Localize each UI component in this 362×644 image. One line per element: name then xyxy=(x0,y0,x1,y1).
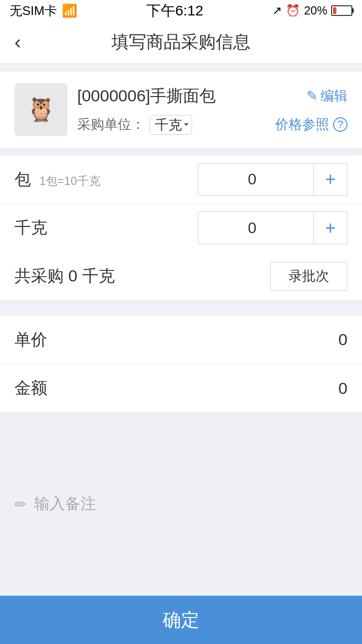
bag-input-row: 包 1包=10千克 + xyxy=(0,155,362,204)
total-amount: 0 xyxy=(68,266,77,285)
unit-price-row: 单价 0 xyxy=(0,316,362,364)
bag-input[interactable] xyxy=(198,163,314,196)
bag-controls: + xyxy=(198,163,348,196)
total-text: 共采购 0 千克 xyxy=(14,265,115,287)
notes-section[interactable]: ✏ 输入备注 xyxy=(0,412,362,596)
record-batch-button[interactable]: 录批次 xyxy=(270,262,348,291)
bag-label: 包 1包=10千克 xyxy=(14,168,198,191)
status-left: 无SIM卡 📶 xyxy=(10,2,77,19)
kg-plus-button[interactable]: + xyxy=(314,211,348,244)
page-title: 填写商品采购信息 xyxy=(111,30,251,54)
product-info: [0000006]手撕面包 ✎ 编辑 采购单位： 千克 包 价格参照 ? xyxy=(77,85,348,135)
notes-placeholder: 输入备注 xyxy=(34,493,96,515)
input-section: 包 1包=10千克 + 千克 + xyxy=(0,155,362,252)
unit-price-label: 单价 xyxy=(14,329,47,351)
status-right: ↗ ⏰ 20% xyxy=(272,4,352,17)
help-icon: ? xyxy=(333,117,348,132)
back-button[interactable]: ‹ xyxy=(14,31,43,53)
pencil-icon: ✏ xyxy=(14,496,27,513)
price-info-section: 单价 0 金额 0 xyxy=(0,316,362,412)
product-image: 🦉 xyxy=(14,83,68,136)
product-thumbnail: 🦉 xyxy=(27,96,56,123)
edit-label: 编辑 xyxy=(320,87,348,105)
price-ref-button[interactable]: 价格参照 ? xyxy=(275,115,348,134)
product-card: 🦉 [0000006]手撕面包 ✎ 编辑 采购单位： 千克 包 价格参照 ? xyxy=(0,71,362,148)
battery-percent: 20% xyxy=(304,4,327,17)
battery-fill xyxy=(333,7,336,14)
product-top: [0000006]手撕面包 ✎ 编辑 xyxy=(77,85,348,107)
location-icon: ↗ xyxy=(272,4,282,17)
price-ref-label: 价格参照 xyxy=(275,115,329,134)
edit-button[interactable]: ✎ 编辑 xyxy=(306,87,348,105)
product-name: [0000006]手撕面包 xyxy=(77,85,216,107)
nav-bar: ‹ 填写商品采购信息 xyxy=(0,21,362,64)
status-bar: 无SIM卡 📶 下午6:12 ↗ ⏰ 20% xyxy=(0,0,362,21)
wifi-icon: 📶 xyxy=(62,3,77,18)
kg-input[interactable] xyxy=(198,211,314,244)
unit-select[interactable]: 千克 包 xyxy=(150,115,192,135)
edit-icon: ✎ xyxy=(306,88,318,104)
divider-2 xyxy=(0,300,362,308)
amount-value: 0 xyxy=(338,379,348,398)
product-unit-row: 采购单位： 千克 包 价格参照 ? xyxy=(77,115,348,135)
amount-row: 金额 0 xyxy=(0,364,362,412)
kg-controls: + xyxy=(198,211,348,244)
confirm-button[interactable]: 确定 xyxy=(0,596,362,644)
signal-text: 无SIM卡 xyxy=(10,2,57,19)
total-row: 共采购 0 千克 录批次 xyxy=(0,252,362,300)
bag-sub-label: 1包=10千克 xyxy=(39,174,100,187)
kg-input-row: 千克 + xyxy=(0,204,362,252)
unit-label: 采购单位： xyxy=(77,115,145,134)
unit-price-value: 0 xyxy=(338,330,348,349)
alarm-icon: ⏰ xyxy=(286,4,300,17)
divider-1 xyxy=(0,148,362,155)
bag-plus-button[interactable]: + xyxy=(314,163,348,196)
status-time: 下午6:12 xyxy=(146,1,203,21)
amount-label: 金额 xyxy=(14,377,47,399)
kg-label: 千克 xyxy=(14,217,198,239)
battery-icon xyxy=(331,5,352,16)
